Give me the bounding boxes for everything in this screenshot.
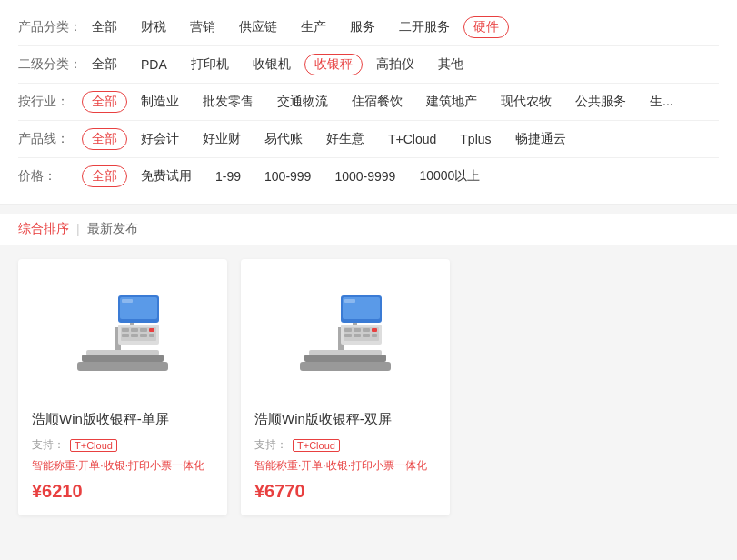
filter-item-industry-8[interactable]: 生...	[640, 91, 683, 113]
filter-item-industry-3[interactable]: 交通物流	[267, 91, 338, 113]
filter-section: 产品分类： 全部财税营销供应链生产服务二开服务硬件 二级分类： 全部PDA打印机…	[0, 0, 737, 205]
filter-item-category-5[interactable]: 服务	[340, 16, 385, 38]
sort-bar: 综合排序 | 最新发布	[0, 214, 737, 245]
product-title: 浩顺Win版收银秤-单屏	[32, 411, 214, 428]
product-grid: 浩顺Win版收银秤-单屏 支持： T+Cloud 智能称重·开单·收银·打印小票…	[0, 245, 737, 529]
filter-item-price-4[interactable]: 1000-9999	[324, 166, 405, 186]
svg-rect-31	[372, 328, 377, 332]
sort-divider: |	[76, 222, 80, 236]
filter-item-category-0[interactable]: 全部	[82, 16, 127, 38]
svg-rect-10	[122, 328, 129, 332]
svg-rect-16	[140, 334, 147, 337]
svg-rect-7	[122, 299, 133, 303]
filter-item-productline-1[interactable]: 好会计	[131, 128, 189, 150]
svg-rect-34	[363, 334, 370, 337]
productline-items: 全部好会计好业财易代账好生意T+CloudTplus畅捷通云	[82, 128, 576, 150]
industry-items: 全部制造业批发零售交通物流住宿餐饮建筑地产现代农牧公共服务生...	[82, 91, 683, 113]
svg-rect-29	[354, 328, 361, 332]
svg-rect-1	[77, 362, 168, 371]
svg-rect-14	[122, 334, 129, 337]
category-filter-row: 产品分类： 全部财税营销供应链生产服务二开服务硬件	[18, 9, 719, 46]
product-desc: 智能称重·开单·收银·打印小票一体化	[32, 458, 214, 474]
support-tag: T+Cloud	[293, 439, 340, 452]
filter-item-industry-2[interactable]: 批发零售	[193, 91, 264, 113]
filter-item-category-6[interactable]: 二开服务	[389, 16, 460, 38]
svg-rect-15	[131, 334, 138, 337]
category-label: 产品分类：	[18, 19, 82, 35]
svg-rect-33	[354, 334, 361, 337]
product-image	[32, 273, 214, 400]
subcategory-items: 全部PDA打印机收银机收银秤高拍仪其他	[82, 54, 473, 75]
svg-rect-25	[344, 299, 355, 303]
product-card-1[interactable]: 浩顺Win版收银秤-双屏 支持： T+Cloud 智能称重·开单·收银·打印小票…	[241, 259, 450, 515]
product-support: 支持： T+Cloud	[32, 437, 214, 453]
pos-machine-icon	[291, 286, 400, 386]
svg-rect-3	[86, 350, 159, 355]
svg-rect-28	[344, 328, 352, 332]
industry-filter-row: 按行业： 全部制造业批发零售交通物流住宿餐饮建筑地产现代农牧公共服务生...	[18, 84, 719, 121]
productline-filter-row: 产品线： 全部好会计好业财易代账好生意T+CloudTplus畅捷通云	[18, 121, 719, 158]
category-items: 全部财税营销供应链生产服务二开服务硬件	[82, 16, 509, 38]
filter-item-productline-0[interactable]: 全部	[82, 128, 127, 150]
filter-item-industry-5[interactable]: 建筑地产	[416, 91, 487, 113]
sort-latest[interactable]: 最新发布	[87, 221, 138, 237]
filter-item-category-2[interactable]: 营销	[180, 16, 225, 38]
support-label: 支持：	[254, 437, 287, 453]
product-price: ¥6210	[32, 481, 214, 502]
svg-rect-12	[140, 328, 147, 332]
filter-item-price-0[interactable]: 全部	[82, 165, 127, 187]
subcategory-filter-row: 二级分类： 全部PDA打印机收银机收银秤高拍仪其他	[18, 46, 719, 84]
support-label: 支持：	[32, 437, 65, 453]
price-label: 价格：	[18, 168, 82, 185]
product-image	[254, 273, 436, 400]
filter-item-subcategory-4[interactable]: 收银秤	[304, 54, 363, 75]
filter-item-subcategory-0[interactable]: 全部	[82, 54, 127, 75]
filter-item-productline-7[interactable]: 畅捷通云	[505, 128, 576, 150]
svg-rect-21	[309, 350, 382, 355]
svg-rect-11	[131, 328, 138, 332]
filter-item-productline-6[interactable]: Tplus	[450, 129, 501, 149]
filter-item-productline-5[interactable]: T+Cloud	[378, 129, 446, 149]
svg-rect-30	[363, 328, 370, 332]
product-support: 支持： T+Cloud	[254, 437, 436, 453]
filter-item-productline-2[interactable]: 好业财	[193, 128, 251, 150]
industry-label: 按行业：	[18, 94, 82, 110]
filter-item-productline-3[interactable]: 易代账	[254, 128, 313, 150]
filter-item-industry-4[interactable]: 住宿餐饮	[342, 91, 413, 113]
filter-item-productline-4[interactable]: 好生意	[316, 128, 374, 150]
svg-rect-13	[149, 328, 154, 332]
svg-rect-19	[300, 362, 391, 371]
svg-rect-17	[149, 334, 154, 337]
filter-item-subcategory-5[interactable]: 高拍仪	[366, 54, 424, 75]
filter-item-price-1[interactable]: 免费试用	[131, 165, 202, 187]
svg-rect-32	[344, 334, 352, 337]
productline-label: 产品线：	[18, 131, 82, 147]
filter-item-price-2[interactable]: 1-99	[205, 166, 251, 186]
product-card-0[interactable]: 浩顺Win版收银秤-单屏 支持： T+Cloud 智能称重·开单·收银·打印小票…	[18, 259, 227, 515]
svg-rect-18	[304, 355, 386, 362]
filter-item-industry-6[interactable]: 现代农牧	[491, 91, 562, 113]
filter-item-subcategory-3[interactable]: 收银机	[243, 54, 301, 75]
filter-item-price-5[interactable]: 10000以上	[409, 165, 490, 187]
filter-item-category-1[interactable]: 财税	[131, 16, 176, 38]
price-filter-row: 价格： 全部免费试用1-99100-9991000-999910000以上	[18, 158, 719, 195]
product-price: ¥6770	[254, 481, 436, 502]
filter-item-industry-7[interactable]: 公共服务	[565, 91, 636, 113]
filter-item-subcategory-1[interactable]: PDA	[131, 55, 177, 75]
product-desc: 智能称重·开单·收银·打印小票一体化	[254, 458, 436, 474]
sort-comprehensive[interactable]: 综合排序	[18, 221, 69, 237]
product-title: 浩顺Win版收银秤-双屏	[254, 411, 436, 428]
filter-item-category-7[interactable]: 硬件	[463, 16, 509, 38]
filter-item-industry-1[interactable]: 制造业	[131, 91, 189, 113]
pos-machine-icon	[68, 286, 177, 386]
filter-item-category-3[interactable]: 供应链	[229, 16, 287, 38]
price-items: 全部免费试用1-99100-9991000-999910000以上	[82, 165, 490, 187]
filter-item-subcategory-2[interactable]: 打印机	[181, 54, 239, 75]
filter-item-category-4[interactable]: 生产	[291, 16, 336, 38]
filter-item-subcategory-6[interactable]: 其他	[428, 54, 473, 75]
svg-rect-0	[82, 355, 164, 362]
svg-rect-35	[372, 334, 377, 337]
subcategory-label: 二级分类：	[18, 56, 82, 73]
filter-item-industry-0[interactable]: 全部	[82, 91, 127, 113]
filter-item-price-3[interactable]: 100-999	[254, 166, 321, 186]
